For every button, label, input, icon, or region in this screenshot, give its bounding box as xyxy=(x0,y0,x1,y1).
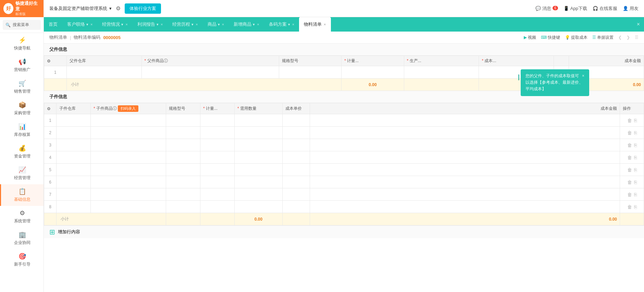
child-cell-cost-amount-5[interactable] xyxy=(310,164,620,176)
child-cell-qty-4[interactable] xyxy=(235,151,283,164)
sidebar-item-marketing[interactable]: 📢营销推广 xyxy=(0,55,44,76)
child-cell-unit-cost-5[interactable] xyxy=(283,164,310,176)
sidebar-item-system[interactable]: ⚙系统管理 xyxy=(0,206,44,227)
nav-tab-profit-report[interactable]: 利润报告▾× xyxy=(133,17,168,32)
child-cell-unit-cost-8[interactable] xyxy=(283,201,310,213)
single-setting-btn[interactable]: ☰ 单据设置 xyxy=(592,35,614,40)
child-cell-spec-3[interactable] xyxy=(166,139,200,151)
child-col-gear[interactable]: ⚙ xyxy=(44,103,57,114)
sidebar-item-sales[interactable]: 🛒销售管理 xyxy=(0,76,44,98)
nav-tab-close-bom[interactable]: × xyxy=(324,22,326,26)
child-cell-spec-8[interactable] xyxy=(166,201,200,213)
child-cell-goods-6[interactable] xyxy=(91,176,166,188)
child-cell-qty-2[interactable] xyxy=(235,127,283,139)
child-cell-qty-6[interactable] xyxy=(235,176,283,188)
child-cell-unit-2[interactable] xyxy=(200,127,235,139)
extract-cost-btn[interactable]: 💡 提取成本 xyxy=(565,35,587,40)
parent-cell-warehouse[interactable] xyxy=(66,66,141,79)
child-cell-cost-amount-1[interactable] xyxy=(310,114,620,127)
parent-cell-spec[interactable] xyxy=(279,66,341,79)
nav-tab-close-ops-history[interactable]: × xyxy=(196,22,198,26)
child-cell-warehouse-6[interactable] xyxy=(57,176,91,188)
child-cell-unit-1[interactable] xyxy=(200,114,235,127)
nav-tab-close-operations-status[interactable]: × xyxy=(125,22,127,26)
nav-prev-icon[interactable]: ❮ xyxy=(618,35,622,40)
delete-icon-1[interactable]: 🗑 xyxy=(627,118,632,123)
delete-icon-4[interactable]: 🗑 xyxy=(627,155,632,160)
nav-close-all-btn[interactable]: × xyxy=(633,21,644,27)
delete-icon-7[interactable]: 🗑 xyxy=(627,192,632,197)
child-cell-warehouse-2[interactable] xyxy=(57,127,91,139)
nav-tab-operations-status[interactable]: 经营情况▾× xyxy=(97,17,132,32)
sidebar-item-basic-info[interactable]: 📋基础信息 xyxy=(0,184,44,206)
online-service-item[interactable]: 🎧 在线客服 xyxy=(593,5,617,12)
child-cell-cost-amount-6[interactable] xyxy=(310,176,620,188)
child-cell-warehouse-8[interactable] xyxy=(57,201,91,213)
child-cell-goods-2[interactable] xyxy=(91,127,166,139)
nav-tab-bom[interactable]: 物料清单× xyxy=(299,17,331,32)
app-download-item[interactable]: 📱 App下载 xyxy=(564,5,587,12)
copy-icon-1[interactable]: ⎘ xyxy=(634,118,637,123)
view-video-btn[interactable]: ▶ 视频 xyxy=(524,35,536,40)
nav-tab-barcode[interactable]: 条码方案▾× xyxy=(264,17,299,32)
tooltip-close-btn[interactable]: × xyxy=(582,73,584,79)
child-cell-unit-cost-1[interactable] xyxy=(283,114,310,127)
child-cell-unit-6[interactable] xyxy=(200,176,235,188)
child-cell-cost-amount-8[interactable] xyxy=(310,201,620,213)
delete-icon-8[interactable]: 🗑 xyxy=(627,204,632,210)
sidebar-item-operations[interactable]: 📈经营管理 xyxy=(0,163,44,184)
child-cell-goods-3[interactable] xyxy=(91,139,166,151)
child-cell-goods-7[interactable] xyxy=(91,188,166,201)
add-row-icon[interactable]: ⊞ xyxy=(49,228,55,236)
sidebar-item-quick-nav[interactable]: ⚡快捷导航 xyxy=(0,33,44,55)
child-cell-unit-cost-7[interactable] xyxy=(283,188,310,201)
user-item[interactable]: 👤 用友 xyxy=(623,5,639,12)
child-cell-unit-5[interactable] xyxy=(200,164,235,176)
sidebar-item-guide[interactable]: 🎯新手引导 xyxy=(0,249,44,271)
nav-tab-close-profit-report[interactable]: × xyxy=(161,22,163,26)
nav-tab-ops-history[interactable]: 经营历程▾× xyxy=(168,17,202,32)
search-menu-button[interactable]: 🔍 搜索菜单 xyxy=(3,20,41,30)
child-cell-spec-5[interactable] xyxy=(166,164,200,176)
sidebar-item-enterprise[interactable]: 🏢企业协同 xyxy=(0,227,44,249)
nav-tab-close-goods[interactable]: × xyxy=(222,22,224,26)
child-cell-qty-5[interactable] xyxy=(235,164,283,176)
child-cell-cost-amount-2[interactable] xyxy=(310,127,620,139)
nav-tab-close-barcode[interactable]: × xyxy=(292,22,294,26)
copy-icon-4[interactable]: ⎘ xyxy=(634,155,637,160)
child-cell-unit-cost-4[interactable] xyxy=(283,151,310,164)
delete-icon-2[interactable]: 🗑 xyxy=(627,130,632,136)
parent-cell-production[interactable] xyxy=(404,66,479,79)
child-cell-goods-4[interactable] xyxy=(91,151,166,164)
nav-tab-home[interactable]: 首页 xyxy=(44,17,62,32)
child-cell-warehouse-4[interactable] xyxy=(57,151,91,164)
delete-icon-3[interactable]: 🗑 xyxy=(627,142,632,148)
child-cell-warehouse-5[interactable] xyxy=(57,164,91,176)
copy-icon-3[interactable]: ⎘ xyxy=(634,142,637,148)
parent-cell-unit[interactable] xyxy=(342,66,404,79)
child-cell-goods-5[interactable] xyxy=(91,164,166,176)
child-cell-qty-3[interactable] xyxy=(235,139,283,151)
shortcut-btn[interactable]: ⌨ 快捷键 xyxy=(541,35,560,40)
copy-icon-2[interactable]: ⎘ xyxy=(634,130,637,136)
trial-btn[interactable]: 体验行业方案 xyxy=(125,3,161,14)
child-cell-cost-amount-4[interactable] xyxy=(310,151,620,164)
sidebar-item-inventory[interactable]: 📊库存核算 xyxy=(0,119,44,141)
child-cell-goods-8[interactable] xyxy=(91,201,166,213)
child-cell-spec-4[interactable] xyxy=(166,151,200,164)
topbar-gear-icon[interactable]: ⚙ xyxy=(116,5,121,12)
child-cell-spec-6[interactable] xyxy=(166,176,200,188)
nav-tab-goods[interactable]: 商品▾× xyxy=(203,17,229,32)
child-cell-spec-2[interactable] xyxy=(166,127,200,139)
copy-icon-8[interactable]: ⎘ xyxy=(634,204,637,210)
child-cell-cost-amount-7[interactable] xyxy=(310,188,620,201)
child-cell-unit-cost-6[interactable] xyxy=(283,176,310,188)
child-cell-qty-1[interactable] xyxy=(235,114,283,127)
sidebar-item-purchase[interactable]: 📦采购管理 xyxy=(0,98,44,119)
child-cell-warehouse-3[interactable] xyxy=(57,139,91,151)
child-cell-spec-1[interactable] xyxy=(166,114,200,127)
nav-next-icon[interactable]: ❯ xyxy=(627,35,630,40)
child-cell-warehouse-1[interactable] xyxy=(57,114,91,127)
child-cell-goods-1[interactable] xyxy=(91,114,166,127)
delete-icon-5[interactable]: 🗑 xyxy=(627,167,632,173)
